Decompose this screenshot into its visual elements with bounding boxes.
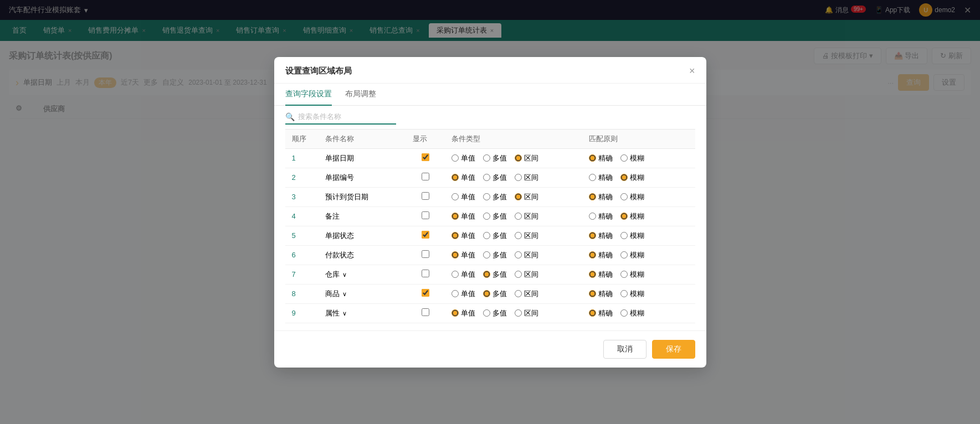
radio-type-多值[interactable]: 多值 <box>483 211 507 221</box>
radio-type-区间[interactable]: 区间 <box>515 231 538 241</box>
display-checkbox[interactable] <box>422 270 429 277</box>
expand-icon[interactable]: ∨ <box>341 291 347 297</box>
radio-match-模糊[interactable]: 模糊 <box>620 270 644 280</box>
radio-input-type-多值[interactable] <box>483 309 490 317</box>
radio-input-type-区间[interactable] <box>515 251 522 258</box>
display-checkbox[interactable] <box>422 153 429 161</box>
radio-type-多值[interactable]: 多值 <box>483 173 507 183</box>
radio-match-精确[interactable]: 精确 <box>589 289 613 299</box>
radio-input-type-单值[interactable] <box>451 174 459 181</box>
radio-type-区间[interactable]: 区间 <box>515 192 538 202</box>
display-checkbox[interactable] <box>422 173 429 180</box>
expand-icon[interactable]: ∨ <box>341 310 347 317</box>
radio-match-精确[interactable]: 精确 <box>589 231 613 241</box>
radio-input-type-单值[interactable] <box>451 290 459 297</box>
search-input[interactable] <box>298 112 392 121</box>
radio-match-模糊[interactable]: 模糊 <box>620 173 644 183</box>
radio-input-type-区间[interactable] <box>515 174 522 181</box>
radio-input-match-模糊[interactable] <box>620 213 628 220</box>
radio-input-type-多值[interactable] <box>483 290 490 297</box>
radio-input-match-精确[interactable] <box>589 154 596 162</box>
radio-type-区间[interactable]: 区间 <box>515 211 538 221</box>
radio-input-match-精确[interactable] <box>589 251 596 258</box>
radio-input-type-单值[interactable] <box>451 232 459 239</box>
radio-input-type-单值[interactable] <box>451 271 459 278</box>
radio-input-type-单值[interactable] <box>451 309 459 317</box>
radio-input-match-精确[interactable] <box>589 309 596 317</box>
radio-match-模糊[interactable]: 模糊 <box>620 192 644 202</box>
radio-match-精确[interactable]: 精确 <box>589 173 613 183</box>
radio-type-单值[interactable]: 单值 <box>451 173 475 183</box>
radio-match-模糊[interactable]: 模糊 <box>620 289 644 299</box>
radio-input-type-多值[interactable] <box>483 232 490 239</box>
radio-input-type-区间[interactable] <box>515 271 522 278</box>
radio-type-单值[interactable]: 单值 <box>451 250 475 260</box>
radio-type-单值[interactable]: 单值 <box>451 153 475 163</box>
display-checkbox[interactable] <box>422 231 429 239</box>
radio-input-match-模糊[interactable] <box>620 271 628 278</box>
radio-input-type-单值[interactable] <box>451 251 459 258</box>
radio-input-match-精确[interactable] <box>589 290 596 297</box>
radio-type-多值[interactable]: 多值 <box>483 308 507 318</box>
radio-input-type-区间[interactable] <box>515 154 522 162</box>
display-checkbox[interactable] <box>422 289 429 297</box>
radio-match-模糊[interactable]: 模糊 <box>620 250 644 260</box>
radio-match-模糊[interactable]: 模糊 <box>620 308 644 318</box>
radio-input-match-模糊[interactable] <box>620 290 628 297</box>
radio-input-type-区间[interactable] <box>515 290 522 297</box>
radio-type-区间[interactable]: 区间 <box>515 308 538 318</box>
radio-type-多值[interactable]: 多值 <box>483 270 507 280</box>
radio-type-多值[interactable]: 多值 <box>483 153 507 163</box>
radio-input-match-模糊[interactable] <box>620 174 628 181</box>
cancel-btn[interactable]: 取消 <box>603 340 647 359</box>
radio-input-type-区间[interactable] <box>515 213 522 220</box>
radio-input-type-多值[interactable] <box>483 251 490 258</box>
radio-type-区间[interactable]: 区间 <box>515 270 538 280</box>
modal-tab-fields[interactable]: 查询字段设置 <box>285 84 332 106</box>
radio-match-模糊[interactable]: 模糊 <box>620 153 644 163</box>
expand-icon[interactable]: ∨ <box>341 271 347 278</box>
radio-type-多值[interactable]: 多值 <box>483 250 507 260</box>
modal-tab-layout[interactable]: 布局调整 <box>345 84 376 106</box>
radio-match-精确[interactable]: 精确 <box>589 308 613 318</box>
radio-match-模糊[interactable]: 模糊 <box>620 211 644 221</box>
display-checkbox[interactable] <box>422 308 429 316</box>
radio-input-type-区间[interactable] <box>515 193 522 200</box>
radio-input-match-精确[interactable] <box>589 193 596 200</box>
radio-type-区间[interactable]: 区间 <box>515 250 538 260</box>
radio-type-多值[interactable]: 多值 <box>483 192 507 202</box>
radio-input-type-区间[interactable] <box>515 309 522 317</box>
radio-input-type-区间[interactable] <box>515 232 522 239</box>
radio-type-区间[interactable]: 区间 <box>515 173 538 183</box>
radio-input-match-精确[interactable] <box>589 271 596 278</box>
display-checkbox[interactable] <box>422 250 429 258</box>
radio-type-区间[interactable]: 区间 <box>515 153 538 163</box>
radio-match-模糊[interactable]: 模糊 <box>620 231 644 241</box>
radio-type-单值[interactable]: 单值 <box>451 308 475 318</box>
radio-input-match-模糊[interactable] <box>620 193 628 200</box>
radio-input-type-多值[interactable] <box>483 213 490 220</box>
radio-input-match-模糊[interactable] <box>620 154 628 162</box>
radio-type-单值[interactable]: 单值 <box>451 231 475 241</box>
radio-type-多值[interactable]: 多值 <box>483 289 507 299</box>
radio-input-type-多值[interactable] <box>483 154 490 162</box>
radio-type-单值[interactable]: 单值 <box>451 211 475 221</box>
radio-input-type-单值[interactable] <box>451 193 459 200</box>
display-checkbox[interactable] <box>422 192 429 200</box>
radio-input-type-多值[interactable] <box>483 174 490 181</box>
radio-input-type-多值[interactable] <box>483 193 490 200</box>
radio-type-单值[interactable]: 单值 <box>451 192 475 202</box>
radio-input-type-多值[interactable] <box>483 271 490 278</box>
radio-input-match-精确[interactable] <box>589 213 596 220</box>
radio-type-区间[interactable]: 区间 <box>515 289 538 299</box>
save-btn[interactable]: 保存 <box>652 340 695 359</box>
radio-match-精确[interactable]: 精确 <box>589 211 613 221</box>
radio-match-精确[interactable]: 精确 <box>589 192 613 202</box>
radio-match-精确[interactable]: 精确 <box>589 270 613 280</box>
display-checkbox[interactable] <box>422 211 429 219</box>
radio-type-多值[interactable]: 多值 <box>483 231 507 241</box>
radio-input-type-单值[interactable] <box>451 213 459 220</box>
radio-type-单值[interactable]: 单值 <box>451 289 475 299</box>
radio-input-type-单值[interactable] <box>451 154 459 162</box>
radio-input-match-模糊[interactable] <box>620 251 628 258</box>
